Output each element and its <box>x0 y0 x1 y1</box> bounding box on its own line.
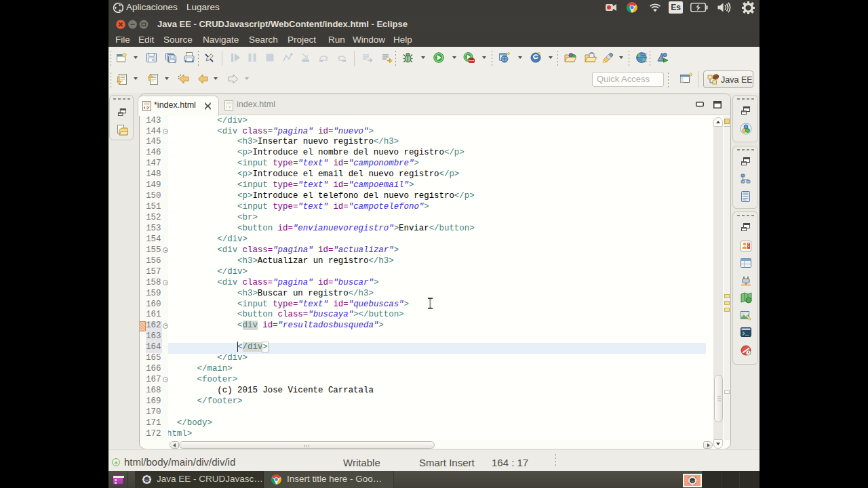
svg-text:a: a <box>115 460 118 466</box>
